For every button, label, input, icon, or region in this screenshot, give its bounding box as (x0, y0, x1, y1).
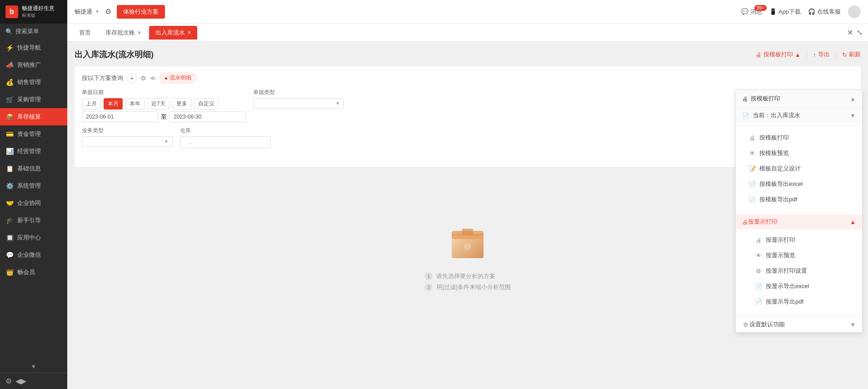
print-template-label: 按模板打印 (763, 50, 793, 59)
filter-settings-icon[interactable]: ⚙ (140, 75, 146, 82)
user-chevron-icon: ▼ (95, 9, 100, 14)
dropdown-divider-2 (736, 212, 862, 212)
sidebar-item-operation[interactable]: 📊 经营管理 (0, 143, 67, 160)
basic-icon: 📋 (5, 165, 14, 173)
sidebar-item-guide[interactable]: 🎓 新手引导 (0, 212, 67, 229)
date-btn-7days[interactable]: 近7天 (147, 98, 170, 110)
dropdown-template-custom[interactable]: 📝 模板自定义设计 (736, 161, 862, 176)
refresh-action[interactable]: ↻ 刷新 (842, 50, 861, 59)
date-from-input[interactable] (82, 111, 158, 122)
date-btn-this-year[interactable]: 本年 (125, 98, 145, 110)
wechat-icon: 💬 (5, 251, 14, 259)
app-logo-icon: b (5, 5, 18, 18)
sidebar-item-label: 畅会员 (17, 268, 35, 276)
enterprise-icon: 🤝 (5, 199, 14, 207)
headset-icon: 🎧 (808, 8, 815, 15)
user-name: 畅捷通 (75, 8, 92, 16)
tab-batch-ledger[interactable]: 库存批次账 × (99, 26, 147, 40)
user-selector[interactable]: 畅捷通 ▼ (75, 8, 100, 16)
dropdown-display-export-pdf[interactable]: 📄 按显示导出pdf (736, 294, 862, 309)
sidebar-item-basic[interactable]: 📋 基础信息 (0, 160, 67, 177)
filter-warehouse-select[interactable]: ... (180, 136, 271, 148)
online-service-action[interactable]: 🎧 在线客服 (808, 8, 841, 16)
date-btn-more[interactable]: 更多 (172, 98, 191, 110)
date-btn-last-month[interactable]: 上月 (82, 98, 101, 110)
sidebar-item-sales[interactable]: 💰 销售管理 (0, 74, 67, 91)
app-download-action[interactable]: 📱 App下载 (769, 8, 801, 16)
sidebar-search-label: 搜索菜单 (15, 27, 39, 35)
dropdown-header: 🖨 按模板打印 ▲ (736, 90, 862, 108)
print-template-action[interactable]: 🖨 按模板打印 ▲ (756, 50, 801, 59)
dropdown-display-preview[interactable]: 👁 按显示预览 (736, 248, 862, 263)
template-preview-label: 按模板预览 (759, 149, 789, 157)
dropdown-footer[interactable]: ⚙ 设置默认功能 ▼ (736, 316, 862, 332)
filter-tag[interactable]: ● 流水明细 (160, 73, 196, 83)
type-select-arrow: ▼ (335, 101, 340, 106)
settings-icon[interactable]: ⚙ (5, 377, 12, 385)
sidebar-item-finance[interactable]: 💳 资金管理 (0, 125, 67, 143)
filter-add-button[interactable]: + (127, 73, 137, 83)
sidebar-item-enterprise[interactable]: 🤝 企业协同 (0, 194, 67, 212)
display-export-excel-label: 按显示导出excel (766, 282, 809, 290)
dropdown-template-print[interactable]: 🖨 按模板打印 (736, 130, 862, 145)
sidebar-search[interactable]: 🔍 搜索菜单 (0, 24, 67, 39)
message-action[interactable]: 💬 消息 99+ (741, 8, 762, 16)
sidebar-item-member[interactable]: 👑 畅会员 (0, 264, 67, 281)
marketing-icon: 📣 (5, 61, 14, 69)
sidebar-item-marketing[interactable]: 📣 营销推广 (0, 56, 67, 74)
sidebar-item-purchase[interactable]: 🛒 采购管理 (0, 91, 67, 108)
dropdown-display-export-excel[interactable]: 📄 按显示导出excel (736, 279, 862, 294)
dropdown-current-item[interactable]: 📄 当前：出入库流水 ▼ (736, 108, 862, 123)
date-range-separator: 至 (161, 113, 167, 121)
step-2-text: 用[过滤]条件来缩小分析范围 (436, 283, 510, 291)
dropdown-display-print[interactable]: 🖨 按显示打印 (736, 232, 862, 248)
sidebar-scroll-down[interactable]: ▼ (0, 360, 67, 373)
dropdown-template-export-excel[interactable]: 📄 按模板导出excel (736, 176, 862, 192)
tabbar: 首页 库存批次账 × 出入库流水 × ✕ ⤡ (67, 24, 868, 42)
filter-collapse-icon[interactable]: ≪ (150, 75, 156, 81)
member-icon: 👑 (5, 268, 14, 276)
filter-type-select[interactable]: ▼ (253, 98, 344, 109)
dropdown-template-export-pdf[interactable]: 📄 按模板导出pdf (736, 192, 862, 207)
search-icon: 🔍 (5, 28, 13, 35)
dropdown-divider-3 (736, 314, 862, 314)
sidebar-item-app-center[interactable]: 🔲 应用中心 (0, 229, 67, 246)
dropdown-template-preview[interactable]: 👁 按模板预览 (736, 145, 862, 161)
filter-type-label: 单据类型 (253, 89, 344, 96)
filter-biz-type-select[interactable]: ▼ (82, 136, 173, 147)
trial-button[interactable]: 体验行业方案 (117, 5, 165, 19)
dropdown-title: 🖨 按模板打印 (742, 95, 780, 103)
tab-close-all-icon[interactable]: ✕ (847, 28, 853, 37)
dropdown-chevron-up-icon[interactable]: ▲ (850, 95, 856, 102)
user-avatar[interactable] (848, 5, 861, 18)
template-preview-icon: 👁 (748, 150, 756, 157)
main-area: 畅捷通 ▼ ⚙ 体验行业方案 💬 消息 99+ 📱 App下载 🎧 在线客服 (67, 0, 868, 389)
sidebar-item-label: 采购管理 (17, 95, 41, 104)
date-btn-this-month[interactable]: 本月 (104, 98, 123, 110)
display-preview-label: 按显示预览 (766, 251, 795, 259)
date-to-input[interactable] (170, 111, 246, 122)
tab-batch-ledger-close[interactable]: × (138, 30, 141, 36)
dropdown-display-group-header[interactable]: 🖨 按显示打印 ▲ (736, 214, 862, 229)
template-custom-icon: 📝 (748, 165, 756, 172)
tab-flow[interactable]: 出入库流水 × (149, 26, 197, 40)
tab-fullscreen-icon[interactable]: ⤡ (857, 28, 863, 37)
template-pdf-icon: 📄 (748, 196, 756, 203)
dropdown-display-print-settings[interactable]: ⚙ 按显示打印设置 (736, 263, 862, 279)
topbar-gear-icon[interactable]: ⚙ (105, 7, 111, 16)
biz-type-arrow: ▼ (164, 139, 169, 144)
sidebar-item-inventory[interactable]: 📦 库存核算 (0, 108, 67, 125)
filter-header: 按以下方案查询 + ⚙ ≪ ● 流水明细 (82, 73, 853, 83)
app-name-block: 畅捷通好生意 标准版 (22, 5, 55, 19)
footer-settings-icon: ⚙ (742, 321, 749, 328)
empty-step-2: 2 用[过滤]条件来缩小分析范围 (424, 283, 510, 291)
sidebar-item-system[interactable]: ⚙️ 系统管理 (0, 177, 67, 194)
date-btn-custom[interactable]: 自定义 (194, 98, 219, 110)
sidebar-item-quick-nav[interactable]: ⚡ 快捷导航 (0, 39, 67, 56)
tab-flow-close[interactable]: × (188, 30, 191, 36)
tab-home[interactable]: 首页 (73, 26, 97, 40)
dropdown-title-text: 按模板打印 (751, 95, 780, 103)
export-action[interactable]: ↑ 导出 (813, 50, 830, 59)
sidebar-item-wechat[interactable]: 💬 企业微信 (0, 246, 67, 264)
collapse-sidebar-icon[interactable]: ◀▶ (15, 377, 26, 385)
